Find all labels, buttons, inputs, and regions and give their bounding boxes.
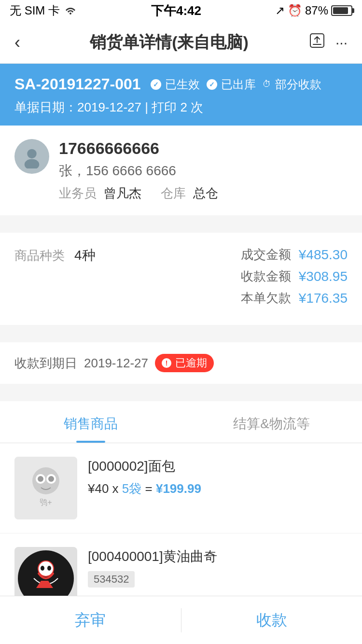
price-text: ¥40 x: [88, 481, 122, 496]
warehouse-label: 仓库: [161, 186, 186, 200]
price-equals: =: [141, 481, 156, 496]
status-shipped: 已出库: [207, 77, 256, 92]
order-id: SA-20191227-001: [14, 75, 141, 93]
deal-label: 成交金额: [241, 246, 291, 263]
share-button[interactable]: [308, 32, 326, 53]
status-time: 下午4:42: [151, 2, 201, 19]
types-value: 4种: [74, 246, 96, 265]
nav-actions: ···: [308, 32, 348, 53]
status-tags: 已生效 已出库 部分收款: [151, 77, 321, 92]
overdue-icon: !: [162, 358, 171, 368]
overdue-text: 已逾期: [175, 356, 207, 370]
sim-label: 无 SIM 卡: [10, 3, 60, 18]
due-section: 收款到期日 2019-12-27 ! 已逾期: [0, 342, 362, 384]
battery-text: 87%: [305, 4, 328, 17]
location-icon: ↗: [275, 4, 285, 17]
product-name-2: [000400001]黄油曲奇: [88, 547, 348, 566]
separator: [0, 215, 362, 224]
warehouse-value: 总仓: [193, 186, 218, 200]
tabs-section: 销售商品 结算&物流等: [0, 401, 362, 443]
separator3: [0, 384, 362, 392]
receive-label: 收款金额: [241, 268, 291, 285]
svg-point-15: [47, 566, 51, 571]
svg-point-9: [48, 476, 54, 482]
due-label: 收款到期日: [14, 355, 77, 372]
cancel-review-button[interactable]: 弃审: [0, 600, 181, 641]
more-button[interactable]: ···: [335, 34, 348, 51]
page-title: 销货单详情(来自电脑): [30, 31, 308, 54]
stats-left: 商品种类 4种: [14, 246, 96, 265]
tab-settlement[interactable]: 结算&物流等: [181, 401, 362, 443]
receive-value: ¥308.95: [299, 269, 348, 284]
status-left: 无 SIM 卡: [10, 3, 77, 18]
product-details: [0000002]面包 ¥40 x 5袋 = ¥199.99: [88, 457, 348, 497]
collect-button[interactable]: 收款: [181, 600, 362, 641]
staff-label: 业务员: [59, 186, 97, 200]
order-banner: SA-20191227-001 已生效 已出库 部分收款 单据日期：2019-1…: [0, 64, 362, 126]
warehouse-info: 仓库 总仓: [161, 185, 218, 202]
customer-info: 17666666666 张，156 6666 6666 业务员 曾凡杰 仓库 总…: [59, 139, 348, 202]
nav-bar: ‹ 销货单详情(来自电脑) ···: [0, 21, 362, 64]
print-info: | 打印 2 次: [141, 100, 203, 114]
product-price: ¥40 x 5袋 = ¥199.99: [88, 480, 348, 497]
battery-icon: [331, 5, 352, 16]
date-label: 单据日期：: [14, 100, 77, 114]
due-date: 2019-12-27: [84, 356, 148, 371]
price-qty: 5袋: [122, 481, 141, 496]
stats-row: 商品种类 4种 成交金额 ¥485.30 收款金额 ¥308.95 本单欠款 ¥…: [14, 246, 348, 311]
types-label: 商品种类: [14, 247, 65, 264]
avatar: [14, 139, 49, 174]
stats-section: 商品种类 4种 成交金额 ¥485.30 收款金额 ¥308.95 本单欠款 ¥…: [0, 233, 362, 325]
customer-id: 17666666666: [59, 139, 348, 158]
banner-date-row: 单据日期：2019-12-27 | 打印 2 次: [14, 99, 348, 116]
customer-meta: 业务员 曾凡杰 仓库 总仓: [59, 185, 348, 202]
price-total: ¥199.99: [156, 481, 201, 496]
stats-right: 成交金额 ¥485.30 收款金额 ¥308.95 本单欠款 ¥176.35: [241, 246, 348, 311]
debt-value: ¥176.35: [299, 291, 348, 306]
svg-point-2: [27, 149, 36, 158]
customer-section: 17666666666 张，156 6666 6666 业务员 曾凡杰 仓库 总…: [0, 126, 362, 215]
status-effective: 已生效: [151, 77, 200, 92]
staff-value: 曾凡杰: [104, 186, 141, 200]
customer-phone: 张，156 6666 6666: [59, 162, 348, 180]
svg-point-8: [38, 476, 43, 482]
separator2: [0, 325, 362, 334]
product-name: [0000002]面包: [88, 457, 348, 476]
svg-text:鸮+: 鸮+: [40, 498, 52, 506]
back-button[interactable]: ‹: [14, 34, 20, 51]
receive-amount-row: 收款金额 ¥308.95: [241, 268, 348, 285]
debt-amount-row: 本单欠款 ¥176.35: [241, 290, 348, 307]
staff-info: 业务员 曾凡杰: [59, 185, 141, 202]
status-right: ↗ ⏰ 87%: [275, 4, 352, 17]
wifi-icon: [64, 4, 77, 17]
deal-value: ¥485.30: [299, 247, 348, 263]
banner-row-status: SA-20191227-001 已生效 已出库 部分收款: [14, 75, 348, 93]
debt-label: 本单欠款: [241, 290, 291, 307]
deal-amount-row: 成交金额 ¥485.30: [241, 246, 348, 263]
bottom-bar: 弃审 收款: [0, 596, 362, 644]
product-types: 商品种类 4种: [14, 246, 96, 265]
overdue-badge: ! 已逾期: [155, 354, 214, 372]
product-image: 鸮+: [14, 457, 77, 519]
product-sku: 534532: [88, 571, 135, 588]
list-item: 鸮+ [0000002]面包 ¥40 x 5袋 = ¥199.99: [0, 443, 362, 533]
status-partial: 部分收款: [263, 77, 321, 92]
tab-products[interactable]: 销售商品: [0, 401, 181, 443]
status-bar: 无 SIM 卡 下午4:42 ↗ ⏰ 87%: [0, 0, 362, 21]
svg-point-14: [41, 566, 44, 571]
alarm-icon: ⏰: [288, 4, 302, 17]
date-value: 2019-12-27: [77, 100, 141, 114]
